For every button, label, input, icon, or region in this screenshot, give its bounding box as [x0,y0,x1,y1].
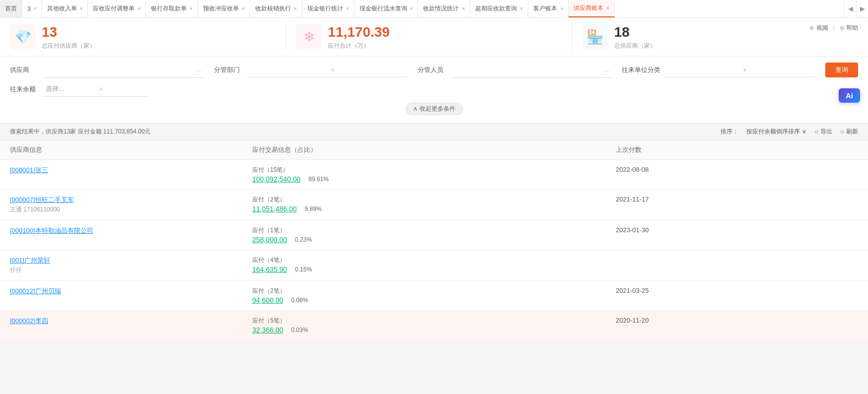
collapse-label: 收起更多条件 [420,105,455,113]
category-label: 往来单位分类 [622,66,660,74]
nav-tab-0[interactable]: 首页 [0,0,22,17]
supplier-name-1[interactable]: [000007]恒旺二手叉车 [10,196,74,203]
tab-close-4[interactable]: × [190,6,193,11]
table-row: [000012]广州贝瑞应付（2笔）94,600.000.08%2021-03-… [0,281,868,311]
export-button[interactable]: ○ 导出 [814,128,832,136]
trade-amount-4[interactable]: 94,600.00 [252,296,283,304]
nav-tab-7[interactable]: 现金银行统计× [302,0,355,17]
tab-close-7[interactable]: × [346,6,349,11]
supplier-input-wrap: ... [43,63,204,78]
tab-close-1[interactable]: × [34,6,37,11]
supplier-suffix-icon: ... [197,67,204,73]
trade-label-3: 应付（4笔） [252,256,616,264]
nav-tab-9[interactable]: 收款情况统计× [418,0,470,17]
summary-item-0: 💎13总应付供应商（家） [10,24,286,50]
trade-amount-0[interactable]: 100,092,540.00 [252,175,300,183]
supplier-name-4[interactable]: [000012]广州贝瑞 [10,287,61,295]
trade-cell-2: 应付（1笔）258,000.000.23% [252,226,616,244]
nav-tab-10[interactable]: 超期应收款查询× [470,0,528,17]
trade-amount-1[interactable]: 11,051,486.00 [252,205,297,213]
supplier-name-0[interactable]: [000001]张三 [10,166,48,174]
col-header-lastpay: 上次付数 [616,145,858,154]
refresh-button[interactable]: ○ 刷新 [840,128,858,136]
trade-cell-1: 应付（2笔）11,051,486.009.89% [252,196,616,213]
ai-button[interactable]: Ai [839,88,860,103]
nav-tab-1[interactable]: 3× [22,0,42,17]
last-pay-2: 2023-01-30 [616,226,858,234]
summary-icon-1: ❄ [296,24,322,50]
sort-label: 排序： [721,128,738,136]
table-row: [000002]李四应付（5笔）32,366.000.03%2020-11-20 [0,311,868,340]
trade-amount-2[interactable]: 258,000.00 [252,236,287,244]
summary-item-1: ❄11,170.39应付合计（万） [286,24,572,50]
filter-person: 分管人员 ... [418,63,612,78]
last-pay-4: 2021-03-25 [616,287,858,294]
trade-row-2: 258,000.000.23% [252,236,616,244]
collapse-icon: ∧ [413,105,418,112]
sort-select[interactable]: 按应付余额倒序排序 ∨ [746,128,806,136]
tab-close-6[interactable]: × [294,6,297,11]
trade-amount-3[interactable]: 164,635.90 [252,265,287,273]
tab-close-10[interactable]: × [520,6,523,11]
trade-row-0: 100,092,540.0089.61% [252,175,616,183]
supplier-sub-1: 王通 17106110000 [10,205,252,214]
person-input[interactable] [450,63,605,77]
nav-tab-11[interactable]: 客户账本× [528,0,569,17]
filter-category: 往来单位分类 ∨ [622,63,816,77]
summary-bar: 💎13总应付供应商（家）❄11,170.39应付合计（万）🏪18总供应商（家） … [0,18,868,57]
filter-row-2: 往来余额 选择... ∨ [10,82,858,97]
table-row: [001]广州荣轩仔仔应付（4笔）164,635.900.15% [0,250,868,281]
collapse-button[interactable]: ∧ 收起更多条件 [406,103,463,115]
top-navigation: 首页3×其他收入单×应收应付调整单×银行存取款单×预收冲应收单×收款核销执行×现… [0,0,868,18]
person-input-wrap: ... [450,63,612,78]
nav-tab-3[interactable]: 应收应付调整单× [88,0,146,17]
filter-dept: 分管部门 ∨ [214,63,408,77]
last-pay-1: 2021-11-17 [616,196,858,203]
tab-close-3[interactable]: × [138,6,141,11]
supplier-cell-3: [001]广州荣轩仔仔 [10,256,252,274]
nav-right-arrow[interactable]: ▶ [856,0,868,17]
tab-close-8[interactable]: × [410,6,413,11]
trade-percent-3: 0.15% [295,266,312,273]
video-link[interactable]: ⊙ 视频 [809,24,828,32]
trade-label-2: 应付（1笔） [252,226,616,235]
trade-percent-0: 89.61% [308,176,329,183]
tab-close-2[interactable]: × [80,6,83,11]
trade-cell-5: 应付（5笔）32,366.000.03% [252,317,616,334]
supplier-name-2[interactable]: [000100]本特勒油品有限公司 [10,227,93,234]
supplier-input[interactable] [43,63,197,77]
summary-label-2: 总供应商（家） [614,42,656,50]
dept-label: 分管部门 [214,66,244,74]
supplier-name-5[interactable]: [000002]李四 [10,317,48,325]
supplier-sub-3: 仔仔 [10,266,252,274]
nav-tab-12[interactable]: 供应商账本× [569,0,615,17]
help-link[interactable]: ⊙ 帮助 [840,24,858,32]
trade-amount-5[interactable]: 32,366.00 [252,326,283,334]
category-select[interactable]: ∨ [663,63,816,77]
trade-row-3: 164,635.900.15% [252,265,616,273]
nav-tab-5[interactable]: 预收冲应收单× [198,0,250,17]
nav-left-arrow[interactable]: ◀ [844,0,856,17]
summary-icon-0: 💎 [10,24,36,50]
balance-select[interactable]: 选择... ∨ [43,82,149,97]
query-button[interactable]: 查询 [825,63,858,77]
trade-row-4: 94,600.000.08% [252,296,616,304]
tab-close-9[interactable]: × [462,6,465,11]
tab-close-5[interactable]: × [242,6,245,11]
table-body: [000001]张三应付（15笔）100,092,540.0089.61%202… [0,160,868,340]
nav-tab-8[interactable]: 现金银行流水查询× [355,0,419,17]
nav-tab-4[interactable]: 银行存取款单× [146,0,198,17]
nav-tab-2[interactable]: 其他收入单× [42,0,88,17]
filter-row-1: 供应商 ... 分管部门 ∨ 分管人员 ... 往来单位分类 [10,63,858,78]
tab-close-12[interactable]: × [606,5,609,11]
nav-tab-6[interactable]: 收款核销执行× [250,0,302,17]
trade-label-1: 应付（2笔） [252,196,616,204]
category-arrow-icon: ∨ [740,66,815,73]
result-info: 搜索结果中，供应商13家 应付金额 111,703,854.00元 [10,128,150,136]
supplier-name-3[interactable]: [001]广州荣轩 [10,257,50,264]
dept-select[interactable]: ∨ [247,63,408,77]
supplier-cell-2: [000100]本特勒油品有限公司 [10,226,252,235]
col-header-trade: 应付交易信息（占比） [252,145,616,154]
tab-close-11[interactable]: × [560,6,563,11]
summary-content-0: 13总应付供应商（家） [42,24,95,50]
